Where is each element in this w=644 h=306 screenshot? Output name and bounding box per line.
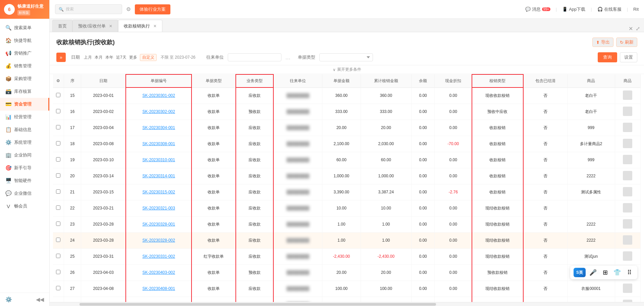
- cell-checkbox[interactable]: [53, 232, 64, 248]
- receipt-no-link[interactable]: SK-20230302-002: [143, 109, 175, 114]
- date-this-month[interactable]: 本月: [95, 55, 103, 60]
- tab-prepay[interactable]: 预收/应收付单✕: [72, 20, 118, 32]
- tab-home[interactable]: 首页: [52, 20, 72, 32]
- receipt-no-link[interactable]: SK-20230321-003: [143, 206, 175, 210]
- sidebar-item-finance[interactable]: 💳资金管理: [0, 98, 49, 111]
- receipt-type-select[interactable]: [319, 53, 373, 61]
- receipt-no-link[interactable]: SK-20230310-001: [143, 158, 175, 162]
- cell-checkbox[interactable]: [53, 264, 64, 281]
- cell-checkbox[interactable]: [53, 248, 64, 264]
- float-mic-btn[interactable]: 🎤: [588, 268, 598, 277]
- date-custom-btn[interactable]: 自定义: [140, 54, 157, 61]
- row-checkbox[interactable]: [56, 238, 60, 242]
- cell-checkbox[interactable]: [53, 87, 64, 104]
- sidebar-bottom: ⚙️ ◀◀: [0, 293, 49, 306]
- cell-checkbox[interactable]: [53, 184, 64, 200]
- row-checkbox[interactable]: [56, 254, 60, 258]
- row-checkbox[interactable]: [56, 286, 60, 290]
- tab-close-writeoff[interactable]: ✕: [153, 24, 157, 28]
- query-btn[interactable]: 查询: [598, 52, 617, 62]
- row-checkbox[interactable]: [56, 141, 60, 145]
- scrollbar-area[interactable]: [50, 302, 644, 306]
- row-checkbox[interactable]: [56, 93, 60, 97]
- settings-btn[interactable]: 设置: [620, 52, 637, 62]
- topbar-online-service[interactable]: 🎧 在线客服: [597, 6, 622, 12]
- cell-date: 2023-04-08: [81, 281, 126, 297]
- receipt-no-link[interactable]: SK-20230304-001: [143, 125, 175, 130]
- receipt-no-link[interactable]: SK-20230301-002: [143, 93, 175, 98]
- cell-checkbox[interactable]: [53, 216, 64, 232]
- cell-goods2: [615, 104, 640, 120]
- export-btn[interactable]: ⬆ 导出: [592, 38, 613, 47]
- solution-btn[interactable]: 体验行业方案: [135, 4, 170, 14]
- float-brand[interactable]: S英: [574, 268, 586, 277]
- topbar-messages[interactable]: 💬 消息 99+: [525, 6, 550, 12]
- row-checkbox[interactable]: [56, 125, 60, 129]
- cell-checkbox[interactable]: [53, 152, 64, 168]
- col-settings[interactable]: ⚙: [53, 74, 64, 87]
- date-7days[interactable]: 近7天: [116, 55, 126, 60]
- filter-expand-btn[interactable]: »: [56, 53, 66, 62]
- date-this-year[interactable]: 本年: [105, 55, 113, 60]
- cell-receipt-no: SK-20230308-001: [126, 136, 192, 152]
- cell-checkbox[interactable]: [53, 200, 64, 216]
- float-grid-btn[interactable]: ⊞: [600, 268, 610, 277]
- sidebar-item-quicknav[interactable]: 🏠快捷导航: [0, 34, 49, 47]
- row-checkbox[interactable]: [56, 173, 60, 178]
- row-checkbox[interactable]: [56, 189, 60, 194]
- tabbar-expand-btn[interactable]: ⤢: [636, 25, 640, 32]
- expand-more-bar[interactable]: ∨ 展开更多条件: [50, 65, 644, 74]
- sidebar-item-basic[interactable]: 📋基础信息: [0, 123, 49, 136]
- sidebar-collapse-icon[interactable]: ◀◀: [36, 296, 44, 303]
- cell-checkbox[interactable]: [53, 168, 64, 184]
- sidebar-item-system[interactable]: ⚙️系统管理: [0, 136, 49, 149]
- tabbar-close-btn[interactable]: ✕: [629, 25, 633, 32]
- row-checkbox[interactable]: [56, 270, 60, 274]
- sidebar-settings-icon[interactable]: ⚙️: [5, 296, 12, 303]
- cell-checkbox[interactable]: [53, 104, 64, 120]
- date-more[interactable]: 更多: [129, 55, 137, 60]
- refresh-btn[interactable]: ↻ 刷新: [616, 38, 637, 47]
- topbar-gear-icon[interactable]: ⚙: [126, 6, 131, 12]
- row-checkbox[interactable]: [56, 109, 60, 113]
- tab-close-prepay[interactable]: ✕: [109, 24, 112, 28]
- receipt-no-link[interactable]: SK-20230314-001: [143, 174, 175, 178]
- topbar-search[interactable]: 🔍 搜索: [55, 4, 122, 14]
- sidebar-item-guide[interactable]: 🎯新手引导: [0, 162, 49, 174]
- receipt-no-link[interactable]: SK-20230408-001: [143, 286, 175, 291]
- receipt-no-link[interactable]: SK-20230328-002: [143, 238, 175, 243]
- cell-checkbox[interactable]: [53, 297, 64, 302]
- receipt-no-link[interactable]: SK-20230331-002: [143, 254, 175, 259]
- date-prev-month[interactable]: 上月: [84, 55, 92, 60]
- receipt-no-link[interactable]: SK-20230315-002: [143, 190, 175, 194]
- cell-cash-discount: 0.00: [435, 104, 472, 120]
- sidebar-item-search[interactable]: 🔍搜索菜单: [0, 21, 49, 34]
- tab-writeoff[interactable]: 收款核销执行✕: [118, 20, 162, 32]
- row-checkbox[interactable]: [56, 222, 60, 226]
- sidebar-item-member[interactable]: V畅会员: [0, 200, 49, 212]
- counterpart-input[interactable]: [228, 53, 281, 61]
- sidebar-item-marketing[interactable]: 📢营销推广: [0, 47, 49, 60]
- row-checkbox[interactable]: [56, 205, 60, 210]
- float-apps-btn[interactable]: ⠿: [625, 268, 634, 277]
- cell-checkbox[interactable]: [53, 136, 64, 152]
- sidebar-item-operations[interactable]: 📊经营管理: [0, 111, 49, 123]
- sidebar-item-sales[interactable]: 💰销售管理: [0, 60, 49, 72]
- scrollbar-thumb[interactable]: [79, 303, 436, 306]
- sidebar-item-enterprise[interactable]: 🏢企业协同: [0, 149, 49, 162]
- cell-writeoff-amount: 60.00: [361, 152, 411, 168]
- cell-checkbox[interactable]: [53, 120, 64, 136]
- sidebar-item-hardware[interactable]: 🖥️智能硬件: [0, 174, 49, 187]
- sidebar-item-wechat[interactable]: 💬企业微信: [0, 187, 49, 200]
- receipt-no-link[interactable]: SK-20230403-002: [143, 270, 175, 275]
- topbar-user[interactable]: Rit: [633, 7, 639, 12]
- float-shirt-btn[interactable]: 👕: [612, 268, 622, 277]
- receipt-no-link[interactable]: SK-20230328-001: [143, 222, 175, 227]
- cell-checkbox[interactable]: [53, 281, 64, 297]
- sidebar-item-inventory[interactable]: 🗃️库存核算: [0, 85, 49, 98]
- cell-receipt-type: 收款单: [192, 297, 236, 302]
- row-checkbox[interactable]: [56, 157, 60, 162]
- receipt-no-link[interactable]: SK-20230308-001: [143, 141, 175, 146]
- sidebar-item-purchase[interactable]: 📦采购管理: [0, 72, 49, 85]
- topbar-app-download[interactable]: 📱 App下载: [562, 6, 585, 12]
